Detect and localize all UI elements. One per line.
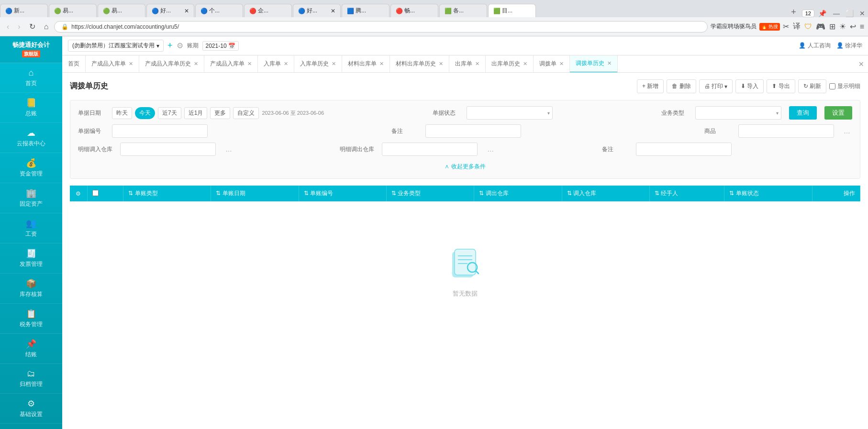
close-icon[interactable]: ✕	[857, 10, 868, 17]
page-tab-mat_out_hist[interactable]: 材料出库单历史✕	[390, 55, 449, 73]
page-tab-close-mat_out[interactable]: ✕	[379, 61, 384, 67]
new-tab-button[interactable]: +	[787, 7, 800, 17]
detail-in-input[interactable]	[120, 143, 216, 156]
home-button[interactable]: ⌂	[41, 22, 52, 32]
page-tab-close-in_order[interactable]: ✕	[284, 61, 288, 67]
filter-settings-button[interactable]: 设置	[824, 106, 852, 120]
page-tab-out_hist[interactable]: 出库单历史✕	[486, 55, 534, 73]
browser-tab-t11[interactable]: 🟩目...	[488, 4, 536, 17]
service-label[interactable]: 👤 人工咨询	[799, 42, 830, 50]
page-tab-close-in_hist[interactable]: ✕	[332, 61, 336, 67]
sidebar-item-archive[interactable]: 🗂归档管理	[0, 364, 62, 394]
page-tab-close-out_order[interactable]: ✕	[475, 61, 479, 67]
display-toggle[interactable]: 显示明细	[829, 82, 860, 90]
minimize-icon[interactable]: —	[830, 10, 843, 17]
page-tab-transfer_hist[interactable]: 调拨单历史✕	[570, 55, 618, 73]
tab-close-t4[interactable]: ✕	[184, 8, 189, 14]
import-button[interactable]: ⬇ 导入	[735, 79, 764, 93]
period-value[interactable]: 2021-10 📅	[202, 41, 239, 51]
table-col-doc-no[interactable]: ⇅ 单账编号	[299, 186, 386, 201]
page-tab-home[interactable]: 首页	[62, 55, 86, 73]
table-col-in-warehouse[interactable]: ⇅ 调入仓库	[562, 186, 649, 201]
table-col-out-warehouse[interactable]: ⇅ 调出仓库	[474, 186, 562, 201]
page-tab-close-out_hist[interactable]: ✕	[523, 61, 527, 67]
sidebar-item-settings[interactable]: ⚙基础设置	[0, 394, 62, 424]
week-btn[interactable]: 近7天	[158, 107, 181, 119]
sidebar-item-closing[interactable]: 📌结账	[0, 334, 62, 364]
user-label[interactable]: 👤 徐泽华	[836, 42, 862, 50]
table-col-handler[interactable]: ⇅ 经手人	[649, 186, 724, 201]
browser-tab-t4[interactable]: 🔵好...✕	[146, 4, 194, 17]
page-tab-transfer[interactable]: 调拨单✕	[534, 55, 570, 73]
brightness-icon[interactable]: ☀	[839, 22, 846, 31]
grid-icon[interactable]: ⊞	[829, 22, 835, 31]
sidebar-item-home[interactable]: ⌂首页	[0, 63, 62, 93]
today-btn[interactable]: 今天	[135, 107, 155, 119]
browser-tab-t9[interactable]: 🔴畅...	[390, 4, 438, 17]
detail-in-ellipsis[interactable]: …	[223, 145, 234, 153]
collapse-button[interactable]: ∧ 收起更多条件	[78, 161, 852, 173]
maximize-icon[interactable]: ⬜	[843, 10, 857, 17]
browser-tab-t8[interactable]: 🟦腾...	[342, 4, 389, 17]
more-date-btn[interactable]: 更多	[210, 107, 230, 119]
table-check-col[interactable]	[87, 186, 123, 201]
remark-input[interactable]	[425, 124, 521, 138]
browser-tab-t6[interactable]: 🔴企...	[244, 4, 292, 17]
page-tab-close-mat_out_hist[interactable]: ✕	[439, 61, 443, 67]
goods-input[interactable]	[738, 124, 834, 138]
delete-button[interactable]: 🗑 删除	[667, 79, 696, 93]
browser-tab-t2[interactable]: 🟢易...	[49, 4, 97, 17]
status-filter-select[interactable]	[467, 106, 553, 120]
tab-close-t7[interactable]: ✕	[331, 8, 335, 14]
detail-out-input[interactable]	[382, 143, 478, 156]
new-button[interactable]: + 新增	[637, 79, 664, 93]
detail-out-ellipsis[interactable]: …	[485, 145, 496, 153]
page-tab-close-prod_in_hist[interactable]: ✕	[194, 61, 198, 67]
table-col-doc-status[interactable]: ⇅ 单账状态	[724, 186, 812, 201]
custom-date-btn[interactable]: 自定义	[233, 107, 259, 119]
export-button[interactable]: ⬆ 导出	[767, 79, 795, 93]
page-tab-prod_in[interactable]: 产成品入库单✕	[86, 55, 139, 73]
browser-tab-t5[interactable]: 🔵个...	[195, 4, 243, 17]
scissors-icon[interactable]: ✂	[783, 22, 789, 31]
close-all-tabs-button[interactable]: ✕	[855, 60, 868, 68]
sidebar-item-finance[interactable]: 💰资金管理	[0, 153, 62, 183]
browser-tab-t1[interactable]: 🔵新...	[0, 4, 48, 17]
translate-icon[interactable]: 译	[793, 22, 801, 32]
page-tab-in_order[interactable]: 入库单✕	[258, 55, 294, 73]
forward-button[interactable]: ›	[15, 22, 23, 32]
print-button[interactable]: 🖨 打印 ▾	[699, 79, 733, 93]
refresh-button[interactable]: ↻ 刷新	[798, 79, 826, 93]
browser-tab-t3[interactable]: 🟢易...	[98, 4, 145, 17]
url-bar[interactable]: 🔒 https://cloud.chanjet.com/accounting/u…	[54, 21, 708, 33]
sidebar-item-guide[interactable]: 📖新手引导	[0, 424, 62, 429]
browser-tab-t7[interactable]: 🔵好...✕	[293, 4, 341, 17]
page-tab-close-prod_in2[interactable]: ✕	[247, 61, 252, 67]
query-button[interactable]: 查询	[789, 106, 817, 120]
sidebar-item-reports[interactable]: ☁云报表中心	[0, 123, 62, 153]
page-tab-close-transfer[interactable]: ✕	[559, 61, 564, 67]
sidebar-item-fixed_assets[interactable]: 🏢固定资产	[0, 183, 62, 213]
undo-icon[interactable]: ↩	[850, 22, 856, 31]
game-icon[interactable]: 🎮	[816, 22, 825, 31]
biz-type-filter-select[interactable]	[695, 106, 781, 120]
table-gear-col[interactable]: ⚙	[70, 186, 87, 201]
page-tab-mat_out[interactable]: 材料出库单✕	[342, 55, 390, 73]
company-select[interactable]: (勿删勿禁用）江西服宝测试专用 ▾	[68, 40, 164, 52]
sidebar-item-tax[interactable]: 📋税务管理	[0, 304, 62, 334]
sidebar-item-ledger[interactable]: 📒总账	[0, 93, 62, 123]
shield-icon[interactable]: 🛡	[804, 22, 812, 31]
page-tab-in_hist[interactable]: 入库单历史✕	[294, 55, 342, 73]
sidebar-item-salary[interactable]: 👥工资	[0, 213, 62, 243]
table-col-doc-type[interactable]: ⇅ 单账类型	[123, 186, 211, 201]
page-tab-close-prod_in[interactable]: ✕	[129, 61, 133, 67]
goods-ellipsis[interactable]: …	[842, 127, 852, 135]
page-tab-prod_in_hist[interactable]: 产成品入库单历史✕	[139, 55, 204, 73]
menu-icon[interactable]: ≡	[860, 22, 864, 31]
page-tab-out_order[interactable]: 出库单✕	[449, 55, 486, 73]
sidebar-item-inventory[interactable]: 📦库存核算	[0, 274, 62, 304]
reload-button[interactable]: ↻	[26, 21, 38, 32]
yesterday-btn[interactable]: 昨天	[112, 107, 132, 119]
table-col-biz-type[interactable]: ⇅ 业务类型	[387, 186, 474, 201]
detail-remark-input[interactable]	[636, 143, 732, 156]
